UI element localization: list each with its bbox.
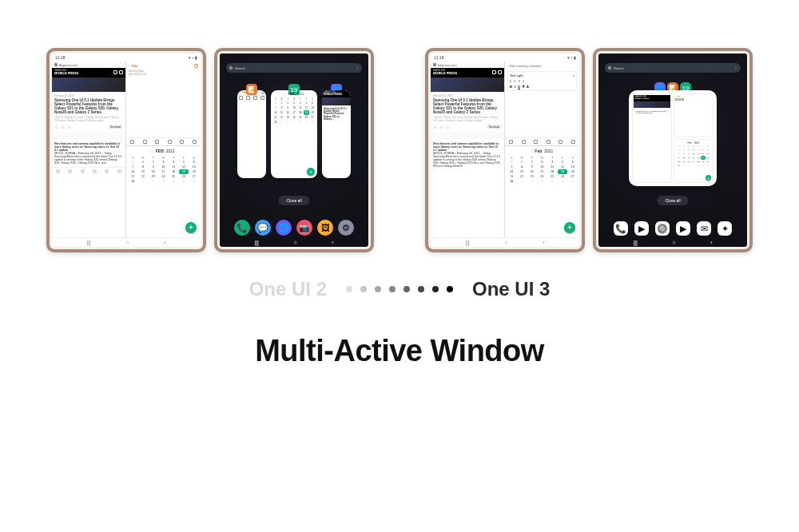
dock-app-gmail[interactable]: ✉ [697,221,711,236]
search-icon[interactable] [492,70,496,74]
calendar-grid[interactable]: SMTWTFS311234567891011121314151617181920… [126,156,201,185]
tool-more-icon[interactable] [193,140,197,144]
align-center-icon[interactable]: ≡ [514,79,515,83]
more-icon[interactable]: ⋮ [356,66,359,70]
notes-body[interactable] [126,76,201,137]
dock-app-photos[interactable]: ✦ [718,221,732,236]
app-dock[interactable]: 📞💬🌐📷🖼⚙ [220,220,368,236]
nav-tabs-icon[interactable] [105,169,109,173]
tool-text-icon[interactable] [180,140,184,144]
color-button[interactable]: A [527,85,529,89]
nav-recent-icon[interactable]: ||| [86,240,90,245]
calendar-fab[interactable]: + [185,222,197,233]
tool-text-icon[interactable] [547,140,551,144]
share-tw-icon[interactable] [439,125,443,129]
close-all-button[interactable]: Close all [278,196,309,205]
nav-home-icon[interactable]: ○ [125,240,129,245]
close-all-button[interactable]: Close all [657,196,688,205]
calendar-day[interactable]: 28 [128,179,138,184]
tool-voice-icon[interactable] [534,140,538,144]
dock-app-youtube[interactable]: ▶ [676,221,690,236]
recents-search[interactable]: Search ⋮ [605,63,741,73]
nav-recent-icon[interactable]: ||| [465,240,469,245]
cal-prev-icon[interactable]: ‹ [152,149,153,153]
notes-back-button[interactable]: ‹ [507,64,508,68]
recents-cards-row[interactable]: 📝 ‹Title 19 ‹FEB2021 SMTWTFS311234567891… [220,82,368,186]
tool-image-icon[interactable] [143,140,147,144]
tool-draw-icon[interactable] [168,140,172,144]
calendar-grid[interactable]: SMTWTFS311234567891011121314151617181920… [505,156,579,185]
align-left-icon[interactable]: ≡ [510,79,511,83]
bold-button[interactable]: B [510,85,512,89]
dock-app-internet[interactable]: 🌐 [276,220,292,236]
dock-app-gallery[interactable]: 🖼 [317,220,333,236]
nav-bookmark-icon[interactable] [93,169,97,173]
dock-app-chrome[interactable]: 🔘 [655,221,670,236]
download-button[interactable]: Download [487,125,502,129]
more-icon[interactable]: ⋮ [734,66,737,70]
nav-back-icon[interactable]: ‹ [543,240,544,245]
browser-url-bar[interactable]: Aspress.com [52,62,125,68]
download-button[interactable]: Download [108,125,123,129]
split-pane-notes[interactable]: ‹ Edit meeting schedule Text style× ≡ ≡ [505,62,579,146]
align-justify-icon[interactable]: ≡ [523,79,524,83]
nav-home-icon[interactable]: ○ [672,240,675,245]
share-tw-icon[interactable] [61,125,65,129]
nav-home-icon[interactable] [81,169,85,173]
share-fb-icon[interactable] [54,125,58,129]
dock-app-settings[interactable]: ⚙ [338,220,354,236]
close-icon[interactable]: × [573,73,574,77]
tool-image-icon[interactable] [522,140,526,144]
nav-back-icon[interactable]: ‹ [710,240,712,245]
tool-check-icon[interactable] [130,140,134,144]
dock-app-play[interactable]: ▶ [634,221,649,236]
split-pane-browser[interactable]: Aspress.com SAMSUNGMOBILE PRESS February… [52,62,126,237]
text-style-panel[interactable]: Text style× ≡ ≡ ≡ ≡ B [507,71,577,91]
dock-app-camera[interactable]: 📷 [296,220,312,236]
split-pane-browser[interactable]: bikpress.com SAMSUNGMOBILE PRESS Februar… [431,62,505,237]
align-right-icon[interactable]: ≡ [519,79,520,83]
dock-app-messages[interactable]: 💬 [255,220,271,236]
calendar-day[interactable]: 12 [558,165,568,169]
notes-toolbar[interactable] [126,137,201,145]
share-link-icon[interactable] [446,125,450,129]
menu-icon[interactable] [498,70,502,74]
dock-app-phone[interactable]: 📞 [614,221,628,236]
tool-voice-icon[interactable] [155,140,159,144]
notes-record-icon[interactable] [194,64,198,68]
mini-browser[interactable]: SAMSUNGMOBILE PRESS Samsung One UI 3.1 U… [632,93,672,183]
browser-url-bar[interactable]: bikpress.com [431,62,504,68]
notes-toolbar[interactable] [505,137,579,145]
tool-redo-icon[interactable] [571,140,575,144]
calendar-day[interactable]: 12 [179,165,189,169]
dock-app-phone[interactable]: 📞 [234,220,250,236]
calendar-day[interactable]: 28 [272,120,279,125]
notes-back-button[interactable]: ‹ [129,64,129,68]
nav-fwd-icon[interactable] [68,169,72,173]
tool-undo-icon[interactable] [559,140,562,144]
italic-button[interactable]: I [515,85,515,89]
app-dock[interactable]: 📞▶🔘▶✉✦ [598,221,747,236]
calendar-fab[interactable]: + [564,222,575,233]
mini-notes[interactable]: ‹ Title [674,93,714,137]
menu-icon[interactable] [119,70,123,74]
mini-calendar[interactable]: Feb 2021 SMTWTFS311234567891011121314151… [674,139,714,183]
browser-bottom-nav[interactable] [52,167,125,175]
nav-recent-icon[interactable]: ||| [633,240,637,245]
recents-search[interactable]: Search ⋮ [226,63,362,73]
nav-home-icon[interactable]: ○ [504,240,507,245]
task-card-calendar[interactable]: 19 ‹FEB2021 SMTWTFS311234567891011121314… [271,90,317,178]
share-link-icon[interactable] [67,125,71,129]
split-pane-notes[interactable]: ‹ Title Meeting Notes date 2021-02-19 [126,62,201,146]
task-card-notes[interactable]: 📝 ‹Title [237,90,266,178]
share-fb-icon[interactable] [433,125,437,129]
task-card-internet[interactable]: 🌐 SAMSUNGMOBILE PRESS Samsung One UI 3.1… [322,90,351,178]
strike-button[interactable]: T̶ [523,85,524,89]
nav-recent-icon[interactable]: ||| [254,240,258,245]
system-nav-bar[interactable]: ||| ○ ‹ [598,237,747,247]
split-pane-calendar[interactable]: ‹ Feb 2021 SMTWTFS3112345678910111213141… [505,146,579,237]
nav-back-icon[interactable]: ‹ [332,240,333,245]
cal-prev-icon[interactable]: ‹ [531,149,533,153]
underline-button[interactable]: U [518,85,520,89]
system-nav-bar[interactable]: ||| ○ ‹ [52,237,201,247]
